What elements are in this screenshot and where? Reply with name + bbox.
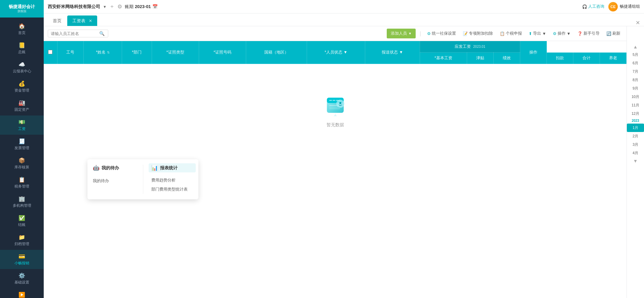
header-right: 🎧 人工咨询 CE 畅捷通组组 xyxy=(582,2,640,11)
header-settings-button[interactable]: ⚙ xyxy=(117,3,122,10)
select-all-checkbox[interactable] xyxy=(48,50,52,54)
header-status[interactable]: *人员状态 ▼ xyxy=(307,41,365,64)
refresh-button[interactable]: 🔄 刷新 xyxy=(604,31,622,36)
company-name[interactable]: 西安虾米网络科技有限公司 xyxy=(48,4,100,10)
search-icon[interactable]: 🔍 xyxy=(99,31,105,36)
todo-icon: 🤖 xyxy=(93,165,100,171)
tab-home[interactable]: 首页 xyxy=(48,15,67,26)
refresh-icon: 🔄 xyxy=(606,31,611,36)
sidebar-item-inventory[interactable]: 📦 库存核算 xyxy=(0,154,44,173)
salary-icon: 💵 xyxy=(18,119,25,125)
popup-item-dept-expense[interactable]: 部门费用类型统计表 xyxy=(151,185,193,194)
sidebar-item-multi-org[interactable]: 🏢 多机构管理 xyxy=(0,192,44,211)
month-item-10[interactable]: 10月 xyxy=(627,93,644,101)
sidebar-label-inventory: 库存核算 xyxy=(14,165,29,170)
header-deduction: 扣款 xyxy=(547,53,573,64)
sidebar-item-close[interactable]: ✅ 结账 xyxy=(0,211,44,231)
sidebar-item-cloud-report[interactable]: ☁️ 云报表中心 xyxy=(0,58,44,77)
period-badge: 2023.01 xyxy=(473,45,485,48)
name-sort-icon[interactable]: ⇅ xyxy=(107,51,110,54)
month-prev-button[interactable]: ▲ xyxy=(632,43,639,51)
empty-illustration xyxy=(322,91,349,118)
operations-button[interactable]: ⚙ 操作 ▼ xyxy=(551,31,573,36)
sidebar-item-fund[interactable]: 💰 资金管理 xyxy=(0,77,44,96)
empty-text: 暂无数据 xyxy=(327,122,344,128)
guide-btn-icon: ❓ xyxy=(577,31,582,36)
header-period: 账期 2023-01 📅 xyxy=(125,4,158,10)
header-add-button[interactable]: ＋ xyxy=(109,3,115,10)
calendar-icon[interactable]: 📅 xyxy=(152,4,158,9)
month-next-button[interactable]: ▼ xyxy=(632,157,639,165)
special-deduction-label: 专项附加扣除 xyxy=(469,31,493,36)
close-panel-button[interactable]: ✕ xyxy=(636,20,640,26)
status-filter-icon[interactable]: ▼ xyxy=(343,50,347,55)
sidebar-item-guide[interactable]: ▶️ 新手引导 xyxy=(0,288,44,298)
guide-button[interactable]: ❓ 新手引导 xyxy=(575,31,602,36)
export-button[interactable]: ⬆ 导出 ▼ xyxy=(527,31,548,36)
month-item-1[interactable]: 1月 xyxy=(627,124,644,132)
header-total: 合计 xyxy=(573,53,600,64)
svg-rect-7 xyxy=(329,108,340,109)
sidebar-item-invoice[interactable]: 🧾 发票管理 xyxy=(0,135,44,154)
special-deduction-button[interactable]: 📝 专项附加扣除 xyxy=(461,31,495,36)
empty-state: 暂无数据 xyxy=(44,64,627,155)
month-item-12[interactable]: 12月 xyxy=(627,109,644,118)
sidebar-item-settings[interactable]: ⚙️ 基础设置 xyxy=(0,269,44,288)
social-insurance-button[interactable]: ⚙ 统一社保设置 xyxy=(425,31,458,36)
period-value: 2023-01 xyxy=(135,4,151,9)
company-dropdown-arrow[interactable]: ▼ xyxy=(103,5,107,9)
tab-salary-label: 工资表 xyxy=(72,18,85,23)
sidebar-label-tax: 税务管理 xyxy=(14,184,29,189)
header-name[interactable]: *姓名 ⇅ xyxy=(84,41,122,64)
sidebar-label-cloud: 云报表中心 xyxy=(13,69,31,74)
sidebar-item-tax[interactable]: 📋 税务管理 xyxy=(0,173,44,192)
sidebar-item-home[interactable]: 🏠 首页 xyxy=(0,20,44,39)
popup-section-todo: 🤖 我的待办 我的待办 xyxy=(93,165,135,194)
month-item-6[interactable]: 6月 xyxy=(627,59,644,67)
header-employee-id: 工号 xyxy=(57,41,84,64)
tax-report-button[interactable]: 📋 个税申报 xyxy=(498,31,524,36)
settings-icon: ⚙️ xyxy=(18,272,25,279)
refresh-label: 刷新 xyxy=(612,31,620,36)
sidebar-item-archive[interactable]: 📁 归档管理 xyxy=(0,231,44,250)
service-button[interactable]: 🎧 人工咨询 xyxy=(582,4,604,9)
add-person-button[interactable]: 添加人员 ▼ xyxy=(387,29,416,38)
popup-item-todo[interactable]: 我的待办 xyxy=(93,176,135,186)
month-item-7[interactable]: 7月 xyxy=(627,67,644,76)
month-item-8[interactable]: 8月 xyxy=(627,76,644,84)
headset-icon: 🎧 xyxy=(582,4,587,9)
sidebar-label-home: 首页 xyxy=(18,30,26,35)
sidebar-label-multi-org: 多机构管理 xyxy=(13,203,31,208)
sidebar-label-settings: 基础设置 xyxy=(14,280,29,285)
sidebar-label-close: 结账 xyxy=(18,222,26,227)
month-item-9[interactable]: 9月 xyxy=(627,84,644,93)
period-label: 账期 xyxy=(125,4,134,10)
month-item-3[interactable]: 3月 xyxy=(627,140,644,149)
tax-icon: 📋 xyxy=(18,176,25,183)
expense-icon: 💳 xyxy=(18,253,25,260)
inventory-icon: 📦 xyxy=(18,157,25,164)
month-item-2[interactable]: 2月 xyxy=(627,132,644,140)
header-checkbox[interactable] xyxy=(44,41,57,64)
sidebar-nav: 🏠 首页 📒 总账 ☁️ 云报表中心 💰 资金管理 🏭 固定资产 💵 工资 🧾 … xyxy=(0,18,44,298)
sidebar-item-expense[interactable]: 💳 小畅报销 xyxy=(0,250,44,269)
tab-salary[interactable]: 工资表 ✕ xyxy=(67,15,97,26)
svg-rect-3 xyxy=(333,100,335,101)
search-box: 🔍 xyxy=(48,30,108,37)
sidebar-item-general[interactable]: 📒 总账 xyxy=(0,39,44,58)
month-item-11[interactable]: 11月 xyxy=(627,101,644,109)
year-2023-label: 2023 xyxy=(630,118,640,124)
submit-filter-icon[interactable]: ▼ xyxy=(399,50,403,55)
user-menu[interactable]: CE 畅捷通组组 xyxy=(608,2,640,11)
sidebar-item-salary[interactable]: 💵 工资 xyxy=(0,115,44,135)
export-label: 导出 xyxy=(533,31,541,36)
search-input[interactable] xyxy=(51,31,98,36)
header-submit-status[interactable]: 报送状态 ▼ xyxy=(365,41,420,64)
tab-close-button[interactable]: ✕ xyxy=(89,19,92,23)
month-item-5[interactable]: 5月 xyxy=(627,51,644,59)
sidebar-item-fixed-asset[interactable]: 🏭 固定资产 xyxy=(0,96,44,115)
popup-item-expense-trend[interactable]: 费用趋势分析 xyxy=(151,176,193,185)
archive-icon: 📁 xyxy=(18,234,25,240)
month-item-4[interactable]: 4月 xyxy=(627,149,644,157)
month-nav: ▲ 5月 6月 7月 8月 9月 10月 11月 12月 2023 1月 2月 … xyxy=(627,43,644,165)
